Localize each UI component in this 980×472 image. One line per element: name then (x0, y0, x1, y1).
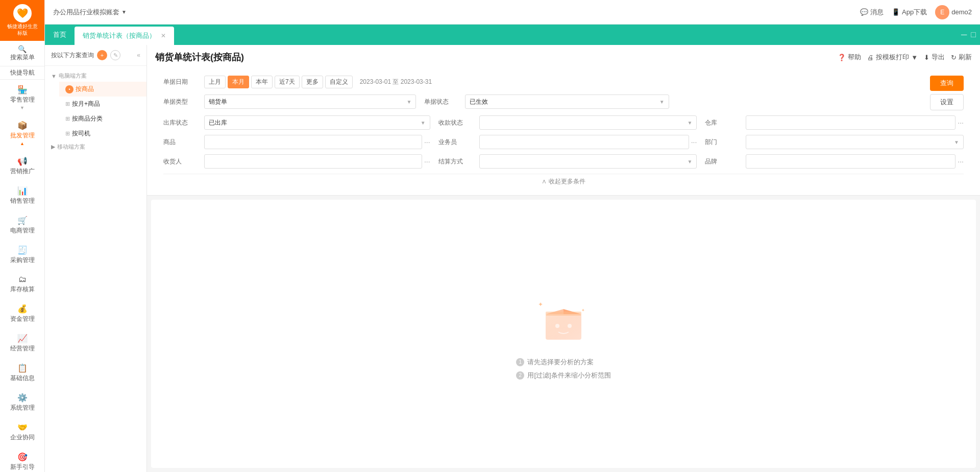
base-icon: 📋 (17, 363, 28, 373)
goods-ellipsis[interactable]: ··· (424, 138, 430, 146)
sidebar-item-system[interactable]: ⚙️ 系统管理 (0, 388, 44, 417)
settle-select[interactable]: ▼ (479, 154, 697, 169)
app-download-btn[interactable]: 📱 App下载 (892, 8, 927, 17)
filter-warehouse: 仓库 ··· (697, 115, 964, 130)
tree-expand-icon-mobile[interactable]: ▶ (51, 144, 55, 150)
help-btn[interactable]: ❓ 帮助 (838, 53, 861, 62)
sidebar-item-wholesale[interactable]: 📦 批发管理 ▲ (0, 115, 44, 151)
docstatus-label: 单据状态 (424, 98, 465, 106)
scheme-by-month-goods[interactable]: ⊞ 按月+商品 (59, 97, 146, 111)
svg-point-4 (555, 324, 559, 328)
collapse-filters-btn[interactable]: ∧ 收起更多条件 (163, 174, 964, 189)
sidebar-item-sales[interactable]: 📊 销售管理 (0, 181, 44, 210)
collapse-arrow-icon: ∧ (542, 178, 547, 185)
print-btn[interactable]: 🖨 按模板打印 ▼ (867, 53, 918, 62)
scheme-by-goods-label: 按商品 (76, 85, 94, 93)
app-sub: 标版 (17, 30, 28, 37)
sidebar-label-ops: 经营管理 (10, 344, 35, 353)
dept-select[interactable]: ▼ (746, 135, 964, 149)
add-scheme-btn[interactable]: + (97, 50, 107, 60)
doctype-value: 销货单 (209, 98, 227, 106)
sidebar-item-retail[interactable]: 🏪 零售管理 ▼ (0, 80, 44, 115)
query-btn[interactable]: 查询 (930, 76, 964, 91)
filter-salesperson: 业务员 ··· (430, 135, 697, 149)
export-icon: ⬇ (924, 54, 929, 61)
sidebar-item-newbie[interactable]: 🎯 新手引导 (0, 447, 44, 472)
hint-num-2: 2 (516, 371, 524, 380)
date-btn-more[interactable]: 更多 (302, 76, 323, 88)
salesperson-input[interactable] (479, 135, 689, 149)
filter-outstatus: 出库状态 已出库 ▼ (163, 115, 430, 130)
svg-rect-3 (546, 312, 581, 316)
sidebar-item-marketing[interactable]: 📢 营销推广 (0, 151, 44, 181)
content-area: 按以下方案查询 + ✎ « ▼ 电脑端方案 • 按商品 ⊞ 按月+商 (45, 45, 980, 472)
collectstatus-chevron: ▼ (687, 120, 692, 126)
export-btn[interactable]: ⬇ 导出 (924, 53, 945, 62)
date-btn-custom[interactable]: 自定义 (325, 76, 353, 88)
sidebar-label-purchase: 采购管理 (10, 256, 35, 265)
sidebar-item-inventory[interactable]: 🗂 库存核算 (0, 270, 44, 299)
tab-close-icon[interactable]: ✕ (161, 32, 166, 39)
date-btn-this-month[interactable]: 本月 (228, 76, 249, 88)
chevron-down-icon: ▼ (121, 9, 127, 15)
sidebar-item-collab[interactable]: 🤝 企业协同 (0, 417, 44, 447)
filter-doctype: 单据类型 销货单 ▼ (163, 95, 416, 109)
scheme-by-goods[interactable]: • 按商品 (59, 82, 146, 97)
scheme-by-month-goods-label: 按月+商品 (72, 100, 100, 108)
search-menu[interactable]: 🔍 搜索菜单 (0, 41, 44, 66)
tabbar: 首页 销货单统计表（按商品） ✕ ─ □ (45, 25, 980, 45)
sidebar-item-purchase[interactable]: 🧾 采购管理 (0, 240, 44, 270)
recipient-ellipsis[interactable]: ··· (424, 157, 430, 166)
docstatus-select[interactable]: 已生效 ▼ (465, 95, 669, 109)
maximize-icon[interactable]: □ (971, 30, 976, 39)
salesperson-ellipsis[interactable]: ··· (691, 138, 697, 146)
brand-input[interactable] (746, 154, 955, 169)
quick-nav[interactable]: 快捷导航 (0, 66, 44, 80)
tab-report[interactable]: 销货单统计表（按商品） ✕ (75, 27, 174, 45)
doctype-select[interactable]: 销货单 ▼ (204, 95, 416, 109)
sub-icon-1: ⊞ (65, 101, 70, 107)
scheme-by-goods-cat-label: 按商品分类 (72, 114, 103, 123)
sidebar-label-finance: 资金管理 (10, 315, 35, 323)
tab-home-label: 首页 (53, 30, 66, 39)
brand-ellipsis[interactable]: ··· (958, 157, 964, 166)
doctype-label: 单据类型 (163, 98, 204, 106)
collapse-panel-btn[interactable]: « (137, 52, 140, 59)
date-control: 上月 本月 本年 近7天 更多 自定义 2023-03-01 至 2023-03… (204, 76, 922, 88)
scheme-by-goods-cat[interactable]: ⊞ 按商品分类 (59, 111, 146, 126)
tab-home[interactable]: 首页 (45, 25, 75, 45)
main-area: 办公用品行业模拟账套 ▼ 💬 消息 📱 App下载 E demo2 首页 (45, 0, 980, 472)
minimize-icon[interactable]: ─ (961, 30, 967, 39)
sidebar-item-ecom[interactable]: 🛒 电商管理 (0, 210, 44, 240)
svg-rect-0 (546, 314, 581, 340)
warehouse-ellipsis[interactable]: ··· (958, 119, 964, 127)
date-btn-last-month[interactable]: 上月 (204, 76, 226, 88)
edit-scheme-btn[interactable]: ✎ (110, 50, 120, 60)
collectstatus-select[interactable]: ▼ (479, 115, 697, 130)
date-label: 单据日期 (163, 78, 204, 86)
date-btn-7days[interactable]: 近7天 (275, 76, 300, 88)
warehouse-input[interactable] (746, 115, 955, 130)
outstatus-select[interactable]: 已出库 ▼ (204, 115, 430, 130)
scheme-by-driver[interactable]: ⊞ 按司机 (59, 126, 146, 141)
refresh-btn[interactable]: ↻ 刷新 (951, 53, 972, 62)
account-dropdown[interactable]: 办公用品行业模拟账套 ▼ (53, 8, 127, 17)
tree-expand-icon[interactable]: ▼ (51, 73, 57, 79)
logo-icon: 🧡 (13, 4, 32, 22)
user-menu[interactable]: E demo2 (935, 5, 972, 19)
filter-row-2: 出库状态 已出库 ▼ 收款状态 ▼ (163, 115, 964, 130)
sidebar-item-ops[interactable]: 📈 经营管理 (0, 328, 44, 358)
sidebar-label-marketing: 营销推广 (10, 167, 35, 176)
sidebar: 🧡 畅捷通好生意 标版 🔍 搜索菜单 快捷导航 🏪 零售管理 ▼ 📦 批发管理 … (0, 0, 45, 472)
message-btn[interactable]: 💬 消息 (860, 8, 884, 17)
sidebar-item-base[interactable]: 📋 基础信息 (0, 358, 44, 388)
settings-btn[interactable]: 设置 (930, 94, 964, 110)
sidebar-item-finance[interactable]: 💰 资金管理 (0, 299, 44, 328)
date-btn-this-year[interactable]: 本年 (251, 76, 273, 88)
goods-input[interactable] (204, 135, 422, 149)
filter-row-4: 收货人 ··· 结算方式 ▼ 品牌 (163, 154, 964, 169)
page-actions: ❓ 帮助 🖨 按模板打印 ▼ ⬇ 导出 ↻ (838, 53, 972, 62)
page-header: 销货单统计表(按商品) ❓ 帮助 🖨 按模板打印 ▼ ⬇ (147, 45, 980, 196)
recipient-input[interactable] (204, 154, 422, 169)
recipient-label: 收货人 (163, 157, 204, 166)
